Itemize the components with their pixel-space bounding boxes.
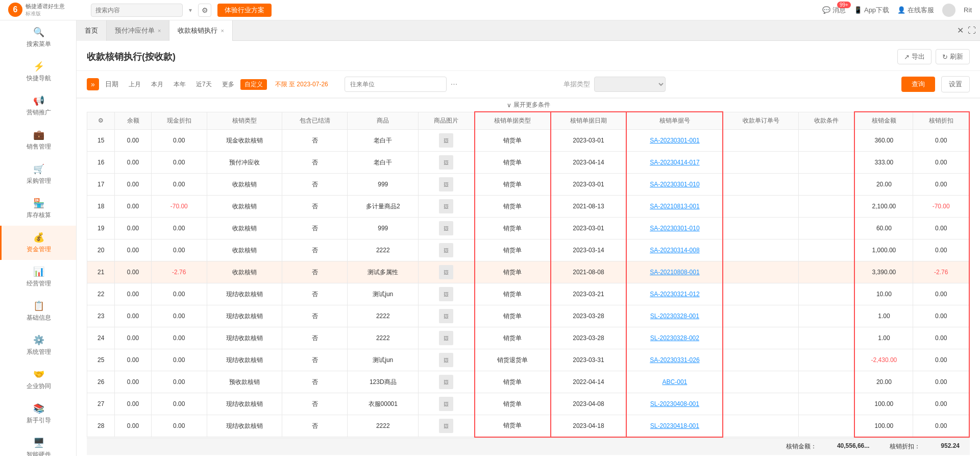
row-bill-no[interactable]: SA-20230331-026: [626, 349, 723, 371]
row-receipt-order: [723, 305, 798, 327]
sidebar-item-hardware[interactable]: 🖥️ 智能硬件: [0, 431, 76, 456]
close-tab-icon[interactable]: ✕: [957, 26, 964, 35]
date-7days[interactable]: 近7天: [192, 79, 216, 90]
row-receipt-order: [723, 174, 798, 196]
col-product: 商品: [348, 112, 419, 130]
row-bill-no[interactable]: ABC-001: [626, 371, 723, 393]
row-bill-no[interactable]: SA-20210808-001: [626, 261, 723, 283]
refresh-icon: ↻: [942, 53, 948, 61]
row-bill-no[interactable]: SL-20230408-001: [626, 393, 723, 415]
maximize-icon[interactable]: ⛶: [968, 26, 976, 35]
tab-prepaid-close[interactable]: ×: [158, 28, 161, 34]
settings-icon[interactable]: ⚙: [198, 4, 211, 17]
col-writeoff-type: 核销类型: [207, 112, 282, 130]
row-bill-no[interactable]: SA-20230301-010: [626, 174, 723, 196]
sidebar-item-operations[interactable]: 📊 经营管理: [0, 260, 76, 294]
row-bill-no[interactable]: SL-20230328-001: [626, 305, 723, 327]
message-button[interactable]: 💬 消息 99+: [822, 6, 846, 15]
table-row: 270.000.00现结收款核销否衣服00001🖼销货单2023-04-08SL…: [87, 393, 970, 415]
date-this-month[interactable]: 本月: [147, 79, 167, 90]
tab-collection-close[interactable]: ×: [220, 28, 224, 34]
inventory-icon: 🏪: [33, 198, 44, 209]
row-bill-no[interactable]: SA-20210813-001: [626, 196, 723, 218]
row-bill-type: 销货单: [475, 239, 551, 261]
sidebar-item-guide[interactable]: 📚 新手引导: [0, 397, 76, 431]
row-receipt-order: [723, 218, 798, 239]
table-row: 280.000.00现结收款核销否2222🖼销货单2023-04-18SL-20…: [87, 415, 970, 437]
product-image: 🖼: [439, 309, 453, 323]
product-image: 🖼: [439, 287, 453, 301]
from-unit-input[interactable]: [345, 77, 447, 92]
tab-bar-actions: ✕ ⛶: [957, 26, 980, 35]
sidebar-item-enterprise[interactable]: 🤝 企业协同: [0, 363, 76, 397]
sidebar-item-shortcut[interactable]: ⚡ 快捷导航: [0, 55, 76, 89]
expand-filter-button[interactable]: »: [87, 78, 99, 90]
bill-type-select[interactable]: [594, 77, 666, 92]
row-writeoff-discount: 0.00: [913, 283, 969, 305]
expand-more-bar[interactable]: ∨ 展开更多条件: [77, 98, 980, 111]
page-header: 收款核销执行(按收款) ↗ 导出 ↻ 刷新: [77, 41, 980, 71]
row-bill-no[interactable]: SL-20230418-001: [626, 415, 723, 437]
row-bill-type: 销货单: [475, 174, 551, 196]
sidebar-item-marketing[interactable]: 📢 营销推广: [0, 89, 76, 123]
query-button[interactable]: 查询: [901, 77, 935, 92]
row-bill-no[interactable]: SA-20230414-017: [626, 152, 723, 174]
top-right-area: 💬 消息 99+ 📱 App下载 👤 在线客服 Rit: [822, 4, 972, 17]
system-icon: ⚙️: [33, 334, 44, 346]
sidebar-item-search[interactable]: 🔍 搜索菜单: [0, 20, 76, 55]
row-include-settled: 否: [282, 152, 348, 174]
row-bill-date: 2021-08-13: [551, 196, 627, 218]
row-include-settled: 否: [282, 349, 348, 371]
sidebar-label-guide: 新手引导: [27, 416, 51, 425]
row-bill-no[interactable]: SA-20230314-008: [626, 239, 723, 261]
row-balance: 0.00: [115, 283, 151, 305]
sidebar-item-purchase[interactable]: 🛒 采购管理: [0, 157, 76, 191]
row-bill-no[interactable]: SL-20230328-002: [626, 327, 723, 349]
row-product: 测试多属性: [348, 261, 419, 283]
row-include-settled: 否: [282, 174, 348, 196]
tab-collection[interactable]: 收款核销执行 ×: [169, 20, 232, 41]
online-service-button[interactable]: 👤 在线客服: [897, 6, 934, 15]
product-image: 🖼: [439, 397, 453, 411]
row-include-settled: 否: [282, 130, 348, 152]
table-row: 220.000.00现结收款核销否测试jun🖼销货单2023-03-21SA-2…: [87, 283, 970, 305]
row-product: 999: [348, 218, 419, 239]
tab-prepaid[interactable]: 预付冲应付单 ×: [107, 20, 169, 41]
row-bill-no[interactable]: SA-20230301-001: [626, 130, 723, 152]
sidebar-label-shortcut: 快捷导航: [27, 74, 51, 83]
sidebar-item-inventory[interactable]: 🏪 库存核算: [0, 191, 76, 226]
date-more[interactable]: 更多: [218, 79, 238, 90]
tab-home[interactable]: 首页: [77, 20, 107, 41]
row-include-settled: 否: [282, 371, 348, 393]
col-product-img: 商品图片: [419, 112, 475, 130]
table-row: 160.000.00预付冲应收否老白干🖼销货单2023-04-14SA-2023…: [87, 152, 970, 174]
date-custom-button[interactable]: 自定义: [240, 79, 267, 90]
date-last-month[interactable]: 上月: [125, 79, 145, 90]
sidebar-item-finance[interactable]: 💰 资金管理: [0, 226, 76, 260]
refresh-button[interactable]: ↻ 刷新: [936, 49, 970, 64]
table-row: 230.000.00现结收款核销否2222🖼销货单2023-03-28SL-20…: [87, 305, 970, 327]
row-bill-date: 2023-04-08: [551, 393, 627, 415]
row-include-settled: 否: [282, 415, 348, 437]
sidebar-item-base-info[interactable]: 📋 基础信息: [0, 294, 76, 328]
sidebar-item-sales[interactable]: 💼 销售管理: [0, 123, 76, 157]
export-button[interactable]: ↗ 导出: [897, 49, 932, 64]
row-bill-type: 销货单: [475, 283, 551, 305]
row-writeoff-type: 收款核销: [207, 239, 282, 261]
row-writeoff-type: 收款核销: [207, 218, 282, 239]
col-settings[interactable]: ⚙: [87, 112, 115, 130]
app-download-button[interactable]: 📱 App下载: [854, 6, 889, 15]
user-name[interactable]: Rit: [964, 6, 972, 14]
row-bill-no[interactable]: SA-20230301-010: [626, 218, 723, 239]
row-writeoff-discount: 0.00: [913, 371, 969, 393]
row-writeoff-amount: 20.00: [854, 371, 913, 393]
setting-button[interactable]: 设置: [941, 76, 970, 92]
date-this-year[interactable]: 本年: [169, 79, 190, 90]
avatar[interactable]: [942, 4, 955, 17]
industry-button[interactable]: 体验行业方案: [217, 4, 272, 17]
dropdown-arrow-icon[interactable]: ▾: [189, 7, 192, 14]
sidebar-label-operations: 经营管理: [27, 279, 51, 288]
row-bill-no[interactable]: SA-20230321-012: [626, 283, 723, 305]
search-input[interactable]: [91, 4, 183, 17]
sidebar-item-system[interactable]: ⚙️ 系统管理: [0, 328, 76, 363]
